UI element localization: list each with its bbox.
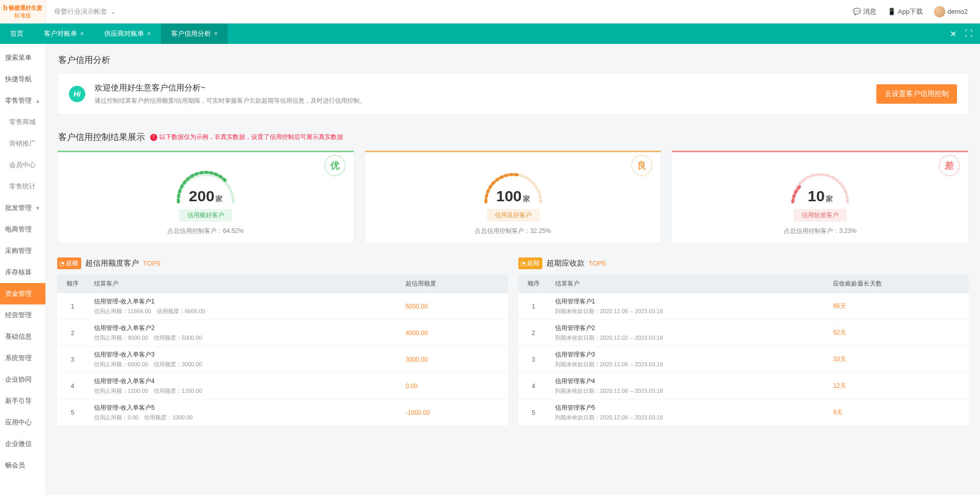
fullscreen-icon[interactable]: ⛶ <box>965 29 973 38</box>
overdue-badge: ◔超期 <box>518 257 542 269</box>
nav-retail-member[interactable]: 会员中心 <box>0 154 45 176</box>
top5-label: TOP5 <box>143 260 160 267</box>
table-row[interactable]: 5信用管理-收入单客户5信用占用额：0.00 信用额度：1000.00-1000… <box>57 399 508 426</box>
avatar <box>934 6 945 17</box>
row-value: -1000.00 <box>399 399 508 426</box>
col-index: 顺序 <box>57 274 88 293</box>
nav-funds[interactable]: 资金管理 <box>0 283 45 304</box>
tab-label: 首页 <box>10 29 23 38</box>
message-icon: 💬 <box>853 8 861 15</box>
row-value: 5000.00 <box>399 293 508 320</box>
card-percent: 占总信用控制客户：32.25% <box>365 227 661 235</box>
card-percent: 占总信用控制客户：64.52% <box>58 227 354 235</box>
nav-search[interactable]: 搜索菜单 <box>0 47 45 68</box>
row-value: 52天 <box>827 320 969 346</box>
nav-sys[interactable]: 系统管理 <box>0 347 45 369</box>
nav-quick[interactable]: 快捷导航 <box>0 68 45 90</box>
row-value: 3000.00 <box>399 346 508 373</box>
row-index: 5 <box>518 399 549 426</box>
caret-up-icon: ▲ <box>35 98 40 104</box>
nav-base[interactable]: 基础信息 <box>0 326 45 347</box>
tab-customer-statement[interactable]: 客户对账单× <box>34 23 94 44</box>
close-icon[interactable]: × <box>80 30 84 37</box>
credit-card-good: 良 100家 信用良好客户 占总信用控制客户：32.25% <box>365 150 662 243</box>
nav-retail-marketing[interactable]: 营销推广 <box>0 133 45 154</box>
close-all-icon[interactable]: ✕ <box>950 29 957 39</box>
table-row[interactable]: 1信用管理-收入单客户1信用占用额：11666.00 信用额度：6666.005… <box>57 293 508 320</box>
username-label: demo2 <box>947 8 968 15</box>
alert-icon: ! <box>150 134 157 141</box>
clock-icon: ◔ <box>59 260 64 267</box>
tab-home[interactable]: 首页 <box>0 23 34 44</box>
row-index: 4 <box>57 373 88 399</box>
table-row[interactable]: 3信用管理客户3到期未收款日期：2020.12.08 -- 2023.03.18… <box>518 346 969 373</box>
over-limit-table: 顺序 结算客户 超信用额度 1信用管理-收入单客户1信用占用额：11666.00… <box>57 274 508 426</box>
table-row[interactable]: 4信用管理客户4到期未收款日期：2020.12.08 -- 2023.03.18… <box>518 373 969 399</box>
nav-retail[interactable]: 零售管理▲ <box>0 90 45 111</box>
row-customer: 信用管理客户3到期未收款日期：2020.12.08 -- 2023.03.18 <box>549 346 827 373</box>
table-row[interactable]: 4信用管理-收入单客户4信用占用额：1200.00 信用额度：1200.000.… <box>57 373 508 399</box>
app-download-link[interactable]: 📱App下载 <box>888 7 923 16</box>
row-customer: 信用管理-收入单客户1信用占用额：11666.00 信用额度：6666.00 <box>88 293 399 320</box>
over-limit-badge: ◔超额 <box>57 257 81 269</box>
topbar-right: 💬消息 📱App下载 demo2 <box>853 6 980 17</box>
brand: b畅捷通好生意 <box>3 4 42 12</box>
row-value: 33天 <box>827 346 969 373</box>
row-customer: 信用管理客户1到期未收款日期：2020.12.08 -- 2023.03.18 <box>549 293 827 320</box>
row-index: 2 <box>57 320 88 346</box>
nav-member[interactable]: 畅会员 <box>0 455 45 476</box>
table-row[interactable]: 2信用管理-收入单客户2信用占用额：9000.00 信用额度：5000.0040… <box>57 320 508 346</box>
card-tag: 信用较差客户 <box>794 209 847 222</box>
top5-label: TOP5 <box>589 260 606 267</box>
nav-coop[interactable]: 企业协同 <box>0 369 45 390</box>
card-tag: 信用良好客户 <box>487 209 540 222</box>
row-index: 4 <box>518 373 549 399</box>
tab-label: 供应商对账单 <box>104 29 144 38</box>
row-customer: 信用管理-收入单客户3信用占用额：6000.00 信用额度：3000.00 <box>88 346 399 373</box>
tab-credit-analysis[interactable]: 客户信用分析× <box>161 23 228 44</box>
row-value: 4000.00 <box>399 320 508 346</box>
nav-stock[interactable]: 库存核算 <box>0 262 45 283</box>
table-row[interactable]: 3信用管理-收入单客户3信用占用额：6000.00 信用额度：3000.0030… <box>57 346 508 373</box>
hi-icon: Hi <box>69 86 85 102</box>
org-name: 母婴行业演示帐套 <box>54 7 107 16</box>
col-customer: 结算客户 <box>549 274 827 293</box>
table-row[interactable]: 1信用管理客户1到期未收款日期：2020.12.08 -- 2023.03.18… <box>518 293 969 320</box>
nav-retail-mall[interactable]: 零售商城 <box>0 111 45 133</box>
main: 客户信用分析 Hi 欢迎使用好生意客户信用分析~ 通过控制结算客户的信用额度/信… <box>46 44 980 495</box>
nav-guide[interactable]: 新手引导 <box>0 390 45 412</box>
close-icon[interactable]: × <box>147 30 151 37</box>
tabstrip: 首页 客户对账单× 供应商对账单× 客户信用分析× ✕ ⛶ <box>0 23 980 44</box>
nav-operate[interactable]: 经营管理 <box>0 304 45 326</box>
nav-appcenter[interactable]: 应用中心 <box>0 412 45 433</box>
row-index: 5 <box>57 399 88 426</box>
nav-purchase[interactable]: 采购管理 <box>0 240 45 262</box>
card-percent: 占总信用控制客户：3.23% <box>672 227 968 235</box>
topbar: b畅捷通好生意 标准版 母婴行业演示帐套 ⌄ 💬消息 📱App下载 demo2 <box>0 0 980 23</box>
seal-poor-icon: 差 <box>938 154 961 177</box>
nav-wholesale[interactable]: 批发管理▼ <box>0 197 45 219</box>
table-row[interactable]: 2信用管理客户2到期未收款日期：2020.12.02 -- 2023.03.18… <box>518 320 969 346</box>
edition-label: 标准版 <box>14 12 31 19</box>
page-title: 客户信用分析 <box>58 54 969 66</box>
chevron-down-icon: ⌄ <box>110 8 116 15</box>
close-icon[interactable]: × <box>214 30 218 37</box>
user-menu[interactable]: demo2 <box>934 6 968 17</box>
nav-wechat[interactable]: 企业微信 <box>0 433 45 455</box>
section-title: 客户信用控制结果展示 <box>58 131 145 143</box>
configure-credit-button[interactable]: 去设置客户信用控制 <box>876 84 957 104</box>
nav-retail-stats[interactable]: 零售统计 <box>0 176 45 197</box>
table-row[interactable]: 5信用管理客户5到期未收款日期：2020.12.08 -- 2023.03.18… <box>518 399 969 426</box>
org-selector[interactable]: 母婴行业演示帐套 ⌄ <box>54 7 116 16</box>
credit-card-poor: 差 10家 信用较差客户 占总信用控制客户：3.23% <box>672 150 969 243</box>
seal-good-icon: 良 <box>630 154 654 177</box>
credit-cards: 优 200家 信用极好客户 占总信用控制客户：64.52% 良 100家 信用良… <box>57 150 969 243</box>
messages-label: 消息 <box>863 7 876 16</box>
logo-block[interactable]: b畅捷通好生意 标准版 <box>0 0 46 23</box>
list-title: 超信用额度客户 <box>85 258 139 268</box>
nav-ecom[interactable]: 电商管理 <box>0 219 45 240</box>
list-title: 超期应收款 <box>546 258 585 268</box>
messages-link[interactable]: 💬消息 <box>853 7 876 16</box>
row-index: 3 <box>57 346 88 373</box>
tab-supplier-statement[interactable]: 供应商对账单× <box>94 23 161 44</box>
